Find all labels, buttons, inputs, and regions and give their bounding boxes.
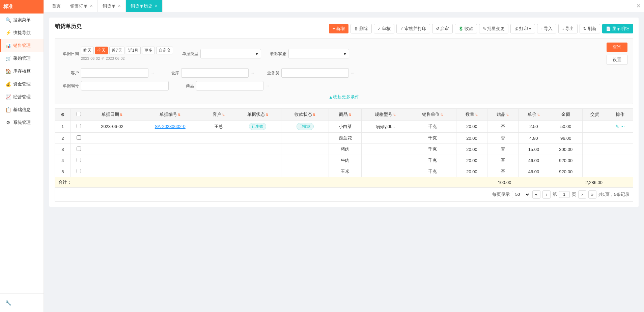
row-qty: 20.00 (456, 121, 487, 133)
col-gift[interactable]: 赠品⇅ (487, 109, 518, 121)
refresh-icon: ↻ (583, 26, 587, 31)
date-btn-7days[interactable]: 近7天 (109, 47, 124, 54)
col-date[interactable]: 单据日期⇅ (87, 109, 137, 121)
row-gift: 否 (487, 144, 518, 155)
goods-picker-icon[interactable]: ··· (265, 83, 269, 88)
batch-change-button[interactable]: ✎ 批量变更 (479, 24, 508, 33)
sidebar-item-system[interactable]: ⚙ 系统管理 (0, 116, 44, 129)
sidebar-item-sales-mgmt[interactable]: 📊 销售管理 (0, 39, 44, 52)
sidebar-item-finance[interactable]: 💰 资金管理 (0, 78, 44, 90)
refresh-button[interactable]: ↻ 刷新 (580, 24, 600, 33)
sidebar-item-label: 快捷导航 (13, 30, 31, 36)
collapse-button[interactable]: ▲ 收起更多条件 (60, 94, 627, 100)
col-trade: 交货 (583, 109, 607, 121)
print-button[interactable]: 🖨 打印 ▾ (510, 24, 535, 33)
tab-sales-order[interactable]: 销售订单 ✕ (65, 0, 98, 12)
show-detail-button[interactable]: 📄 显示明细 (602, 24, 633, 33)
row-checkbox[interactable] (77, 158, 81, 162)
date-btn-more[interactable]: 更多 (142, 47, 155, 54)
add-button[interactable]: + 新增 (329, 24, 348, 33)
row-checkbox[interactable] (77, 169, 81, 173)
col-doc-status[interactable]: 单据状态⇅ (234, 109, 281, 121)
row-checkbox[interactable] (77, 135, 81, 140)
customer-picker-icon[interactable]: ··· (150, 71, 154, 75)
select-all-checkbox[interactable] (77, 112, 81, 116)
import-button[interactable]: ↑ 导入 (537, 24, 556, 33)
col-doc-no[interactable]: 单据编号⇅ (137, 109, 203, 121)
query-set-area: 查询 设置 (607, 43, 627, 65)
filter-warehouse-field: 仓库 ··· (161, 68, 254, 78)
page-prev-button[interactable]: ‹ (542, 190, 551, 199)
doc-type-select[interactable]: ▾ (200, 49, 261, 58)
row-trade (583, 155, 607, 166)
date-btn-yesterday[interactable]: 昨天 (81, 47, 94, 54)
sidebar-item-quick-nav[interactable]: ⚡ 快捷导航 (0, 26, 44, 39)
sidebar-item-search-menu[interactable]: 🔍 搜索菜单 (0, 14, 44, 26)
tab-sales-delivery-close[interactable]: ✕ (118, 4, 121, 8)
doc-no-link[interactable]: SA-20230602-0 (155, 124, 186, 129)
abandon-button[interactable]: ↺ 弃审 (432, 24, 453, 33)
tab-sales-order-close[interactable]: ✕ (90, 4, 93, 8)
page-current-input[interactable] (559, 191, 570, 198)
row-spec (362, 144, 409, 155)
row-goods: 小白菜 (329, 121, 361, 133)
table-row: 5玉米千克20.00否46.00920.00 (55, 166, 633, 177)
sidebar-item-inventory[interactable]: 🏠 库存核算 (0, 65, 44, 78)
warehouse-input[interactable] (181, 68, 249, 78)
sidebar-item-base-info[interactable]: 📋 基础信息 (0, 103, 44, 116)
row-checkbox[interactable] (77, 124, 81, 128)
col-qty[interactable]: 数量⇅ (456, 109, 487, 121)
col-spec[interactable]: 规格型号⇅ (362, 109, 409, 121)
page-first-button[interactable]: « (532, 190, 540, 199)
tab-sales-history-close[interactable]: ✕ (155, 4, 158, 8)
audit-button[interactable]: ✓ 审核 (374, 24, 394, 33)
page-content: 销货单历史 + 新增 🗑 删除 ✓ 审核 ✓ (44, 12, 644, 312)
page-next-button[interactable]: › (578, 190, 586, 199)
more-icon[interactable]: ⋯ (620, 124, 625, 129)
settings-icon: 🔧 (5, 300, 11, 306)
customer-input[interactable] (81, 68, 148, 78)
tab-sales-delivery[interactable]: 销货单 ✕ (98, 0, 126, 12)
delete-button[interactable]: 🗑 删除 (351, 24, 372, 33)
col-check[interactable] (71, 109, 87, 121)
collect-button[interactable]: 💲 收款 (455, 24, 477, 33)
row-gift: 否 (487, 121, 518, 133)
warehouse-picker-icon[interactable]: ··· (251, 71, 254, 75)
col-customer[interactable]: 客户⇅ (203, 109, 234, 121)
col-price[interactable]: 单价⇅ (518, 109, 549, 121)
collect-status-select[interactable]: ▾ (288, 49, 349, 58)
doc-no-input[interactable] (81, 81, 169, 90)
salesperson-picker-icon[interactable]: ··· (351, 71, 354, 75)
edit-icon[interactable]: ✎ (615, 124, 619, 129)
date-btn-today[interactable]: 今天 (95, 47, 108, 54)
goods-input[interactable] (196, 81, 263, 90)
page-size-select[interactable]: 50 100 200 (512, 191, 530, 198)
print-icon: 🖨 (514, 26, 518, 31)
tabs-bar-close-all[interactable]: ✕ (636, 3, 641, 9)
sidebar-item-operations[interactable]: 📈 经营管理 (0, 90, 44, 103)
row-goods: 玉米 (329, 166, 361, 177)
tab-home[interactable]: 首页 (47, 0, 65, 12)
col-collect-status[interactable]: 收款状态⇅ (281, 109, 329, 121)
export-button[interactable]: ↓ 导出 (558, 24, 578, 33)
set-button[interactable]: 设置 (607, 55, 627, 65)
col-goods[interactable]: 商品⇅ (329, 109, 361, 121)
col-unit[interactable]: 销售单位⇅ (409, 109, 456, 121)
row-checkbox[interactable] (77, 147, 81, 151)
row-date: 2023-06-02 (87, 121, 137, 133)
row-doc-status (234, 155, 281, 166)
sidebar-item-purchase-mgmt[interactable]: 🛒 采购管理 (0, 52, 44, 65)
query-button[interactable]: 查询 (607, 43, 627, 52)
row-doc-status (234, 166, 281, 177)
page-last-button[interactable]: » (588, 190, 596, 199)
date-btn-custom[interactable]: 自定义 (156, 47, 173, 54)
row-trade (583, 121, 607, 133)
lightning-icon: ⚡ (5, 30, 11, 36)
sidebar-bottom-settings[interactable]: 🔧 (0, 296, 44, 309)
date-btn-1month[interactable]: 近1月 (126, 47, 141, 54)
tab-sales-history[interactable]: 销货单历史 ✕ (126, 0, 163, 12)
pagination: 每页显示 50 100 200 « ‹ 第 页 › » 共1页，5条记录 (55, 188, 633, 202)
col-gear[interactable]: ⚙ (55, 109, 71, 121)
audit-print-button[interactable]: ✓ 审核并打印 (396, 24, 430, 33)
salesperson-input[interactable] (281, 68, 349, 78)
